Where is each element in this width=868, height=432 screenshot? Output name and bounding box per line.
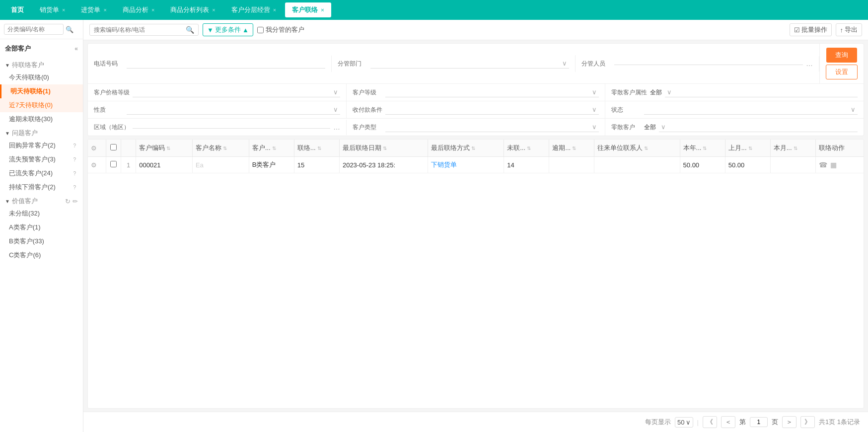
nav-purchase-close[interactable]: × [103, 7, 106, 13]
prev-page-button[interactable]: ＜ [721, 416, 735, 428]
sidebar-item-b-class[interactable]: B类客户(33) [0, 234, 83, 248]
th-actions: 联络动作 [815, 140, 864, 157]
nav-customer-layer[interactable]: 客户分层经营 × [224, 2, 283, 17]
page-size-select[interactable]: 50 ∨ [675, 417, 693, 428]
nav-purchase[interactable]: 进货单 × [74, 2, 113, 17]
filter-customer-type-label: 客户类型 [353, 123, 382, 132]
sidebar-item-declining[interactable]: 持续下滑客户(2) ? [0, 180, 83, 194]
th-name: 客户名称 ⇅ [192, 140, 249, 157]
next-page-button[interactable]: ＞ [782, 416, 796, 428]
filter-dept-select[interactable]: ∨ [370, 59, 569, 69]
more-conditions-button[interactable]: ▼ 更多条件 ▲ [203, 23, 253, 36]
row-settings-icon[interactable]: ⚙ [88, 157, 106, 173]
nav-customer-contact-close[interactable]: × [321, 7, 324, 13]
filter-retail-attr-select[interactable]: ∨ [665, 87, 858, 97]
sort-icon-7[interactable]: ⇅ [527, 145, 531, 151]
sidebar-group-pending-title: ▼ 待联络客户 [0, 58, 83, 71]
sidebar-item-repurchase[interactable]: 回购异常客户(2) ? [0, 139, 83, 152]
nav-customer-contact[interactable]: 客户联络 × [285, 2, 331, 17]
nav-analysis-list-close[interactable]: × [212, 7, 215, 13]
sort-icon-10[interactable]: ⇅ [703, 145, 707, 151]
more-conditions-label: 更多条件 [215, 25, 241, 34]
nav-analysis-close[interactable]: × [151, 7, 154, 13]
sort-icon-6[interactable]: ⇅ [471, 145, 475, 151]
sort-icon-4[interactable]: ⇅ [317, 145, 321, 151]
filter-manager-input[interactable] [614, 63, 803, 65]
sidebar-item-ungroup[interactable]: 未分组(32) [0, 207, 83, 220]
gear-icon[interactable]: ⚙ [91, 161, 97, 169]
sidebar-item-churned[interactable]: 已流失客户(24) ? [0, 166, 83, 180]
sidebar-item-c-class[interactable]: C类客户(6) [0, 248, 83, 262]
filter-customer-grade-select[interactable]: ∨ [385, 87, 599, 97]
page-label: 第 [739, 418, 746, 427]
content-area: 🔍 ▼ 更多条件 ▲ 我分管的客户 ☑ 批量操作 ↑ 导出 [83, 20, 868, 432]
export-button[interactable]: ↑ 导出 [836, 23, 863, 36]
nav-sales-close[interactable]: × [62, 7, 65, 13]
last-method-link[interactable]: 下销货单 [431, 161, 457, 168]
value-edit-icon[interactable]: ✏ [72, 198, 78, 205]
row-this-year: 50.00 [680, 157, 725, 173]
filter-manager-cell: 分管人员 … [576, 56, 819, 72]
nav-analysis[interactable]: 商品分析 × [116, 2, 161, 17]
sort-icon-3[interactable]: ⇅ [272, 145, 276, 151]
sort-icon-9[interactable]: ⇅ [644, 145, 648, 151]
filter-payment-select[interactable]: ∨ [385, 105, 599, 115]
sidebar-item-tomorrow[interactable]: 明天待联络(1) [0, 84, 83, 98]
filter-status-select[interactable]: ∨ [644, 105, 858, 115]
row-checkbox-cell[interactable] [106, 157, 121, 173]
sidebar-item-churn-warning[interactable]: 流失预警客户(3) ? [0, 152, 83, 166]
sidebar-group-value-title: ▼ 价值客户 ↻ ✏ [0, 194, 83, 207]
settings-icon[interactable]: ⚙ [91, 144, 97, 152]
nav-analysis-list[interactable]: 商品分析列表 × [163, 2, 222, 17]
sort-icon-2[interactable]: ⇅ [223, 145, 227, 151]
sidebar-item-week7[interactable]: 近7天待联络(0) [0, 98, 83, 112]
filter-dept-cell: 分管部门 ∨ [332, 55, 576, 72]
filter-manager-dots[interactable]: … [806, 60, 813, 68]
nav-customer-layer-close[interactable]: × [273, 7, 276, 13]
filter-price-grade-label: 客户价格等级 [94, 88, 130, 97]
filter-region-input[interactable] [133, 126, 330, 129]
toolbar-search-input[interactable] [94, 26, 184, 33]
action-menu-icon[interactable]: ▦ [830, 161, 837, 169]
th-overdue: 逾期... ⇅ [549, 140, 594, 157]
sidebar-item-overdue[interactable]: 逾期未联络(30) [0, 112, 83, 126]
col-unit-contact-label: 往来单位联系人 [597, 144, 643, 152]
sort-icon-8[interactable]: ⇅ [572, 145, 576, 151]
select-all-checkbox[interactable] [110, 144, 117, 150]
row-unit-contact [594, 157, 680, 173]
page-number-input[interactable] [750, 417, 768, 427]
query-button[interactable]: 查询 [826, 48, 857, 63]
toolbar-search-icon[interactable]: 🔍 [186, 26, 194, 34]
question-icon-3: ? [73, 171, 76, 176]
sort-icon-12[interactable]: ⇅ [794, 145, 797, 151]
arrow-icon-3: ▼ [5, 199, 10, 204]
value-refresh-icon[interactable]: ↻ [65, 198, 71, 205]
filter-region-dots[interactable]: … [333, 123, 340, 131]
toolbar-search-box[interactable]: 🔍 [89, 24, 199, 36]
filter-price-grade-select[interactable]: ∨ [133, 87, 340, 97]
batch-ops-button[interactable]: ☑ 批量操作 [790, 23, 832, 36]
filter-phone-input[interactable] [127, 59, 325, 69]
sort-icon-11[interactable]: ⇅ [748, 145, 752, 151]
chevron-down-icon-page: ∨ [686, 419, 691, 426]
filter-retail-select[interactable]: ∨ [659, 122, 858, 132]
action-phone-icon[interactable]: ☎ [819, 161, 827, 169]
first-page-button[interactable]: 《 [703, 416, 717, 428]
sidebar-search-icon[interactable]: 🔍 [66, 26, 73, 33]
nav-sales[interactable]: 销货单 × [33, 2, 72, 17]
row-checkbox[interactable] [110, 161, 117, 167]
sidebar-search-input[interactable] [4, 24, 64, 35]
set-button[interactable]: 设置 [826, 65, 858, 79]
last-page-button[interactable]: 》 [800, 416, 815, 428]
chevron-up-icon: ▲ [242, 26, 249, 34]
filter-nature-select[interactable]: ∨ [127, 105, 340, 115]
my-customers-checkbox[interactable]: 我分管的客户 [257, 25, 304, 34]
sidebar-item-today[interactable]: 今天待联络(0) [0, 71, 83, 84]
sidebar-all-customers[interactable]: 全部客户 « [0, 41, 83, 56]
sort-icon-5[interactable]: ⇅ [383, 145, 387, 151]
my-customers-check[interactable] [257, 27, 264, 33]
sort-icon[interactable]: ⇅ [166, 145, 170, 151]
nav-home[interactable]: 首页 [4, 2, 31, 17]
sidebar-item-a-class[interactable]: A类客户(1) [0, 220, 83, 234]
filter-customer-type-select[interactable]: ∨ [385, 122, 599, 132]
